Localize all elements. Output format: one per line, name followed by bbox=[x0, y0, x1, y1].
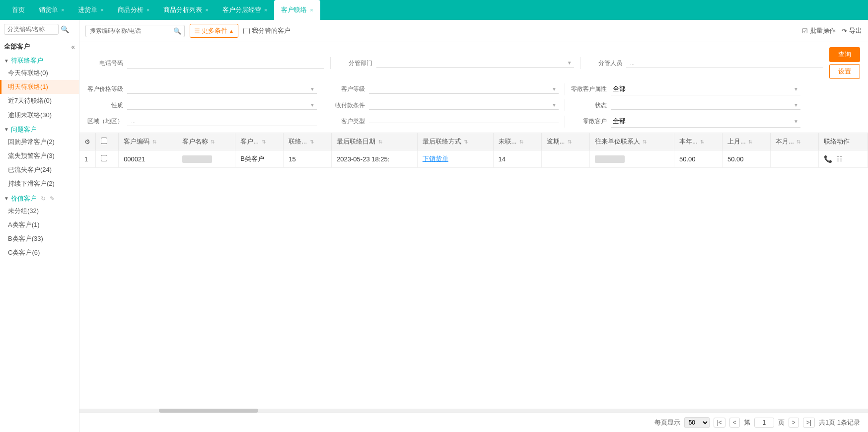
row-name: Ea bbox=[177, 150, 235, 168]
filter-price-label: 客户价格等级 bbox=[87, 85, 127, 93]
value-group-title: ▼ 价值客户 ↻ ✎ bbox=[0, 191, 79, 204]
manager-more-icon[interactable]: ... bbox=[630, 60, 635, 66]
more-filters-button[interactable]: ☰ 更多条件 ▲ bbox=[190, 24, 238, 38]
sidebar-collapse-icon[interactable]: « bbox=[71, 43, 75, 51]
col-unlink-sort[interactable]: ⇅ bbox=[519, 139, 523, 144]
page-number-input[interactable] bbox=[754, 418, 774, 428]
nav-goods-analysis[interactable]: 商品分析 × bbox=[111, 0, 156, 20]
row-checkbox[interactable] bbox=[101, 155, 107, 161]
action-phone-icon[interactable]: 📞 bbox=[824, 155, 832, 163]
close-sales-tab[interactable]: × bbox=[61, 7, 64, 13]
sidebar-item-b-class[interactable]: B类客户(33) bbox=[0, 232, 79, 246]
my-customers-checkbox[interactable] bbox=[243, 28, 250, 34]
scrollbar-thumb[interactable] bbox=[159, 409, 258, 413]
filter-customer-type-select[interactable] bbox=[369, 120, 559, 123]
col-code-header: 客户编码 ⇅ bbox=[119, 133, 177, 150]
filter-status: 状态 ▼ bbox=[571, 101, 800, 110]
nav-home[interactable]: 首页 bbox=[5, 0, 32, 20]
close-customer-layer-tab[interactable]: × bbox=[264, 7, 267, 13]
sidebar-item-overdue[interactable]: 逾期未联络(30) bbox=[0, 108, 79, 122]
col-this-month-sort[interactable]: ⇅ bbox=[796, 139, 800, 144]
first-page-button[interactable]: |< bbox=[714, 418, 725, 428]
reset-button[interactable]: 设置 bbox=[829, 64, 860, 79]
nav-customer-contact[interactable]: 客户联络 × bbox=[274, 0, 320, 20]
filter-manager-select[interactable]: ... bbox=[626, 59, 823, 68]
col-code-sort[interactable]: ⇅ bbox=[152, 139, 156, 144]
col-year-sort[interactable]: ⇅ bbox=[700, 139, 704, 144]
row-this-year: 50.00 bbox=[674, 150, 722, 168]
gear-icon[interactable]: ⚙ bbox=[84, 138, 90, 145]
toolbar-search-button[interactable]: 🔍 bbox=[170, 25, 184, 37]
col-last-month-header: 上月... ⇅ bbox=[722, 133, 770, 150]
select-all-checkbox[interactable] bbox=[101, 138, 107, 144]
filter-payment-select[interactable]: ▼ bbox=[369, 101, 559, 110]
col-last-method-sort[interactable]: ⇅ bbox=[464, 139, 468, 144]
export-button[interactable]: ↷ 导出 bbox=[842, 26, 862, 35]
close-goods-list-tab[interactable]: × bbox=[205, 7, 208, 13]
col-last-month-sort[interactable]: ⇅ bbox=[748, 139, 752, 144]
toolbar-search-input[interactable] bbox=[86, 25, 170, 36]
nav-goods-analysis-list[interactable]: 商品分析列表 × bbox=[156, 0, 215, 20]
page-suffix-label: 页 bbox=[778, 418, 785, 427]
col-contact-sort[interactable]: ⇅ bbox=[310, 139, 314, 144]
filter-gender-select[interactable]: ▼ bbox=[127, 101, 317, 110]
col-last-date-sort[interactable]: ⇅ bbox=[378, 139, 382, 144]
col-name-header: 客户名称 ⇅ bbox=[177, 133, 235, 150]
filter-dept-select[interactable]: ▼ bbox=[376, 59, 574, 68]
nav-sales[interactable]: 销货单 × bbox=[32, 0, 71, 20]
sidebar: 🔍 全部客户 « ▼ 待联络客户 今天待联络(0) 明天待联络(1) 近7天待联… bbox=[0, 20, 79, 432]
col-overdue-sort[interactable]: ⇅ bbox=[568, 139, 572, 144]
region-more-icon[interactable]: ... bbox=[131, 118, 136, 124]
filter-icon: ☰ bbox=[194, 27, 200, 35]
last-method-link[interactable]: 下销货单 bbox=[423, 155, 448, 162]
query-button[interactable]: 查询 bbox=[829, 47, 860, 62]
col-last-method-header: 最后联络方式 ⇅ bbox=[417, 133, 493, 150]
row-last-method[interactable]: 下销货单 bbox=[417, 150, 493, 168]
sidebar-item-c-class[interactable]: C类客户(6) bbox=[0, 246, 79, 260]
close-goods-analysis-tab[interactable]: × bbox=[146, 7, 149, 13]
sidebar-item-abnormal[interactable]: 回购异常客户(2) bbox=[0, 135, 79, 149]
my-customers-checkbox-label[interactable]: 我分管的客户 bbox=[243, 26, 290, 35]
col-person-sort[interactable]: ⇅ bbox=[643, 139, 647, 144]
col-checkbox-header bbox=[96, 133, 119, 150]
col-type-sort[interactable]: ⇅ bbox=[262, 139, 266, 144]
horizontal-scrollbar[interactable] bbox=[79, 409, 868, 413]
sidebar-item-a-class[interactable]: A类客户(1) bbox=[0, 218, 79, 232]
col-name-sort[interactable]: ⇅ bbox=[211, 139, 215, 144]
col-this-month-header: 本月... ⇅ bbox=[770, 133, 818, 150]
batch-operate-button[interactable]: ☑ 批量操作 bbox=[802, 26, 836, 35]
close-purchase-tab[interactable]: × bbox=[100, 7, 103, 13]
table-row: 1 000021 Ea B类客户 15 2023-05-23 18:25: 下销… bbox=[79, 150, 868, 168]
sidebar-item-ungrouped[interactable]: 未分组(32) bbox=[0, 204, 79, 218]
nav-customer-layer[interactable]: 客户分层经营 × bbox=[216, 0, 274, 20]
sidebar-item-7days[interactable]: 近7天待联络(0) bbox=[0, 94, 79, 108]
filter-retail-customer-select[interactable]: 全部 ▼ bbox=[611, 115, 800, 128]
nav-purchase[interactable]: 进货单 × bbox=[71, 0, 110, 20]
sidebar-search-icon[interactable]: 🔍 bbox=[61, 25, 69, 33]
filter-phone-input[interactable] bbox=[127, 58, 324, 69]
filter-region-select[interactable]: ... bbox=[127, 117, 317, 126]
filter-retail-customer-label: 零散客户 bbox=[571, 117, 611, 126]
sidebar-search-input[interactable] bbox=[4, 24, 59, 35]
action-grid-icon[interactable]: ☷ bbox=[836, 155, 843, 163]
filter-status-label: 状态 bbox=[571, 101, 611, 110]
sidebar-item-churned[interactable]: 已流失客户(24) bbox=[0, 163, 79, 177]
col-last-date-header: 最后联络日期 ⇅ bbox=[332, 133, 418, 150]
sidebar-item-tomorrow[interactable]: 明天待联络(1) bbox=[0, 80, 79, 94]
filter-retail-attr-select[interactable]: 全部 ▼ bbox=[611, 83, 800, 95]
filter-price-select[interactable]: ▼ bbox=[127, 85, 317, 94]
prev-page-button[interactable]: < bbox=[729, 418, 740, 428]
sidebar-item-declining[interactable]: 持续下滑客户(2) bbox=[0, 177, 79, 191]
last-page-button[interactable]: >| bbox=[803, 418, 815, 428]
row-last-date: 2023-05-23 18:25: bbox=[332, 150, 418, 168]
col-gear: ⚙ bbox=[79, 133, 96, 150]
row-contact-person bbox=[589, 150, 674, 168]
gender-dropdown-icon: ▼ bbox=[310, 102, 315, 108]
sidebar-item-today[interactable]: 今天待联络(0) bbox=[0, 66, 79, 80]
filter-status-select[interactable]: ▼ bbox=[611, 101, 800, 110]
next-page-button[interactable]: > bbox=[789, 418, 799, 428]
page-size-select[interactable]: 50 100 200 bbox=[684, 417, 710, 428]
filter-level-select[interactable]: ▼ bbox=[369, 85, 559, 94]
close-customer-contact-tab[interactable]: × bbox=[310, 7, 313, 13]
sidebar-item-churn-warning[interactable]: 流失预警客户(3) bbox=[0, 149, 79, 163]
